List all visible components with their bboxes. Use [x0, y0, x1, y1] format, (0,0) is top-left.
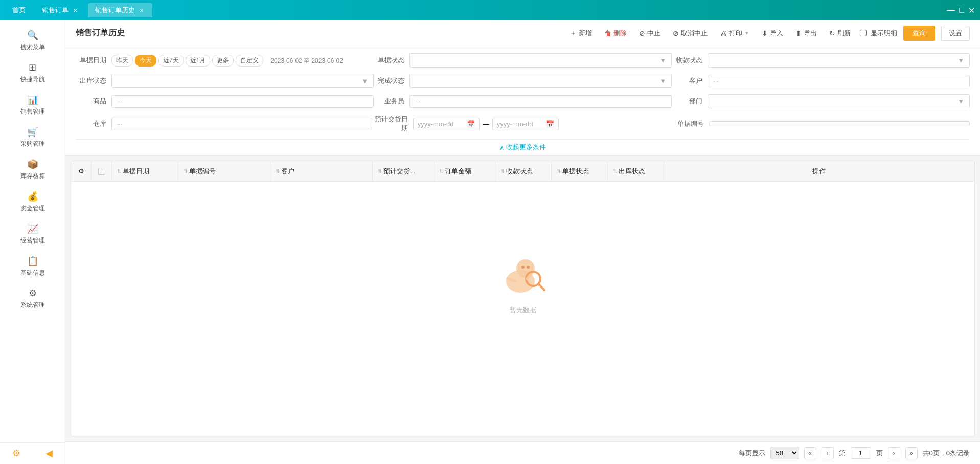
warehouse-input[interactable]: ···: [111, 118, 372, 130]
sort-customer-icon[interactable]: ⇅: [276, 168, 280, 174]
th-doc-status[interactable]: ⇅ 单据状态: [552, 161, 608, 181]
page-input[interactable]: [851, 447, 871, 459]
date-more-btn[interactable]: 更多: [212, 55, 234, 67]
sort-date-icon[interactable]: ⇅: [117, 168, 121, 174]
refresh-button[interactable]: ↻ 刷新: [826, 27, 854, 40]
query-button[interactable]: 查询: [903, 26, 935, 41]
table-header: ⚙ ⇅ 单据日期 ⇅ 单据编号 ⇅ 客户 ⇅: [71, 161, 974, 182]
sort-payment-icon[interactable]: ⇅: [500, 168, 505, 174]
th-payment-status[interactable]: ⇅ 收款状态: [495, 161, 552, 181]
sidebar-item-search-menu[interactable]: 🔍 搜索菜单: [0, 25, 65, 57]
th-gear[interactable]: ⚙: [71, 161, 92, 181]
th-check[interactable]: [92, 161, 112, 181]
settings-button[interactable]: 设置: [941, 26, 970, 41]
sort-outstatus-icon[interactable]: ⇅: [613, 168, 617, 174]
customer-input[interactable]: ···: [708, 75, 970, 87]
main-layout: 🔍 搜索菜单 ⊞ 快捷导航 📊 销售管理 🛒 采购管理 📦 库存核算 💰 资金管…: [0, 20, 980, 464]
window-minimize-btn[interactable]: —: [947, 6, 955, 15]
sort-delivery-icon[interactable]: ⇅: [378, 168, 382, 174]
salesperson-input[interactable]: ···: [409, 95, 672, 108]
operation-mgmt-icon: 📈: [27, 223, 38, 234]
date-custom-btn[interactable]: 自定义: [236, 55, 263, 67]
delivery-date-end[interactable]: yyyy-mm-dd 📅: [492, 118, 559, 130]
filter-row-status: 出库状态 ▼ 完成状态 ▼ 客户 ···: [76, 74, 970, 88]
per-page-label: 每页显示: [739, 449, 765, 458]
empty-area: 暂无数据: [71, 182, 974, 386]
print-label: 打印: [729, 29, 742, 38]
th-amount[interactable]: ⇅ 订单金额: [434, 161, 495, 181]
import-button[interactable]: ⬇ 导入: [759, 27, 786, 40]
tab-sales-order-close[interactable]: ✕: [72, 7, 79, 14]
sort-docno-icon[interactable]: ⇅: [184, 168, 188, 174]
next-page-btn[interactable]: ›: [888, 447, 900, 459]
collapse-btn[interactable]: ∧ 收起更多条件: [499, 143, 546, 152]
delete-button[interactable]: 🗑 删除: [601, 27, 630, 40]
delivery-date-start[interactable]: yyyy-mm-dd 📅: [413, 118, 480, 130]
sidebar-item-operation-mgmt[interactable]: 📈 经营管理: [0, 218, 65, 250]
show-columns-checkbox[interactable]: [860, 30, 867, 36]
th-date[interactable]: ⇅ 单据日期: [112, 161, 178, 181]
date-quick-btns: 昨天 今天 近7天 近1月 更多 自定义: [111, 55, 263, 67]
sidebar-item-inventory[interactable]: 📦 库存核算: [0, 153, 65, 186]
gear-icon[interactable]: ⚙: [78, 167, 84, 175]
date-1month-btn[interactable]: 近1月: [186, 55, 211, 67]
th-docno[interactable]: ⇅ 单据编号: [178, 161, 270, 181]
window-maximize-btn[interactable]: □: [959, 6, 964, 15]
th-delivery[interactable]: ⇅ 预计交货...: [373, 161, 434, 181]
sidebar-collapse-icon[interactable]: ◀: [45, 448, 53, 459]
tab-sales-order-history-close[interactable]: ✕: [138, 7, 145, 14]
first-page-btn[interactable]: «: [804, 447, 816, 459]
sidebar-item-quick-nav[interactable]: ⊞ 快捷导航: [0, 57, 65, 89]
tab-home[interactable]: 首页: [5, 3, 33, 17]
payment-status-chevron-icon: ▼: [958, 57, 964, 64]
add-button[interactable]: ＋ 新增: [566, 27, 595, 40]
sidebar-item-sys-mgmt[interactable]: ⚙ 系统管理: [0, 282, 65, 315]
stop-label: 中止: [647, 29, 660, 38]
export-button[interactable]: ⬆ 导出: [792, 27, 820, 40]
prev-page-btn[interactable]: ‹: [822, 447, 834, 459]
sidebar-item-basic-info[interactable]: 📋 基础信息: [0, 250, 65, 282]
collapse-label: 收起更多条件: [506, 143, 546, 152]
show-columns-label[interactable]: 显示明细: [860, 29, 897, 38]
sidebar-settings-icon[interactable]: ⚙: [12, 448, 20, 459]
purchase-mgmt-icon: 🛒: [27, 126, 38, 138]
complete-status-select[interactable]: ▼: [409, 74, 672, 88]
cancel-stop-button[interactable]: ⊘ 取消中止: [670, 27, 711, 40]
per-page-select[interactable]: 50 20 100: [770, 447, 799, 459]
sidebar-item-finance-mgmt-label: 资金管理: [20, 204, 45, 213]
date-today-btn[interactable]: 今天: [135, 55, 156, 67]
empty-text: 暂无数据: [510, 305, 536, 315]
collapse-row[interactable]: ∧ 收起更多条件: [76, 139, 970, 155]
docno-input[interactable]: [709, 121, 970, 126]
sort-docstatus-icon[interactable]: ⇅: [557, 168, 561, 174]
sys-mgmt-icon: ⚙: [29, 288, 37, 299]
empty-icon: [497, 253, 549, 299]
window-close-btn[interactable]: ✕: [968, 6, 975, 15]
svg-point-1: [516, 259, 535, 278]
doc-status-select[interactable]: ▼: [409, 53, 672, 68]
date-yesterday-btn[interactable]: 昨天: [111, 55, 133, 67]
out-status-label: 出库状态: [76, 76, 111, 85]
department-select[interactable]: ▼: [708, 94, 970, 108]
out-status-select[interactable]: ▼: [111, 74, 374, 88]
payment-status-select[interactable]: ▼: [708, 53, 970, 68]
calendar-end-icon[interactable]: 📅: [546, 120, 554, 128]
sidebar-item-sales-mgmt[interactable]: 📊 销售管理: [0, 89, 65, 121]
last-page-btn[interactable]: »: [905, 447, 918, 459]
th-customer[interactable]: ⇅ 客户: [270, 161, 373, 181]
product-input[interactable]: ···: [111, 95, 374, 108]
tab-sales-order-history[interactable]: 销售订单历史 ✕: [88, 3, 152, 17]
sidebar-item-quick-nav-label: 快捷导航: [20, 75, 45, 84]
sidebar-item-sys-mgmt-label: 系统管理: [20, 301, 45, 310]
payment-status-label: 收款状态: [672, 56, 708, 65]
select-all-checkbox[interactable]: [98, 168, 105, 175]
stop-button[interactable]: ⊘ 中止: [636, 27, 664, 40]
sort-amount-icon[interactable]: ⇅: [439, 168, 443, 174]
sidebar-item-purchase-mgmt[interactable]: 🛒 采购管理: [0, 121, 65, 153]
th-out-status[interactable]: ⇅ 出库状态: [608, 161, 664, 181]
tab-sales-order[interactable]: 销售订单 ✕: [35, 3, 86, 17]
calendar-start-icon[interactable]: 📅: [467, 120, 475, 128]
print-button[interactable]: 🖨 打印 ▼: [717, 27, 753, 40]
sidebar-item-finance-mgmt[interactable]: 💰 资金管理: [0, 186, 65, 218]
date-7days-btn[interactable]: 近7天: [158, 55, 184, 67]
